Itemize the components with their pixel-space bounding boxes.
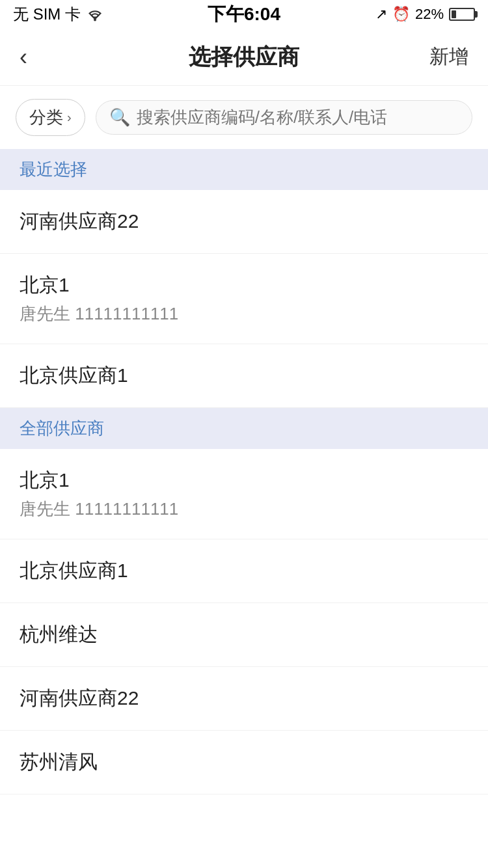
all-section-header: 全部供应商 <box>0 408 488 449</box>
back-button[interactable]: ‹ <box>20 44 72 71</box>
search-box: 🔍 <box>96 100 472 135</box>
nav-bar: ‹ 选择供应商 新增 <box>0 29 488 86</box>
recent-section-label: 最近选择 <box>20 159 87 179</box>
page-title: 选择供应商 <box>189 42 299 72</box>
list-item[interactable]: 北京1唐先生 11111111111 <box>0 254 488 344</box>
status-right: ↗ ⏰ 22% <box>375 6 475 23</box>
location-icon: ↗ <box>375 6 387 23</box>
all-list: 北京1唐先生 11111111111北京供应商1杭州维达河南供应商22苏州清风 <box>0 449 488 794</box>
list-item[interactable]: 杭州维达 <box>0 603 488 667</box>
item-name: 河南供应商22 <box>20 208 468 235</box>
status-left: 无 SIM 卡 <box>13 4 104 25</box>
all-section-label: 全部供应商 <box>20 418 104 438</box>
category-label: 分类 <box>29 106 63 129</box>
add-button[interactable]: 新增 <box>416 44 468 70</box>
search-icon: 🔍 <box>109 107 130 128</box>
recent-list: 河南供应商22北京1唐先生 11111111111北京供应商1 <box>0 190 488 408</box>
status-time: 下午6:04 <box>208 2 280 27</box>
item-name: 苏州清风 <box>20 749 468 776</box>
wifi-icon <box>86 7 104 21</box>
item-name: 北京供应商1 <box>20 362 468 389</box>
item-name: 河南供应商22 <box>20 685 468 712</box>
item-name: 杭州维达 <box>20 621 468 648</box>
search-input[interactable] <box>137 107 459 128</box>
item-name: 北京供应商1 <box>20 558 468 584</box>
svg-point-0 <box>94 19 96 21</box>
item-sub: 唐先生 11111111111 <box>20 498 468 521</box>
carrier-text: 无 SIM 卡 <box>13 4 81 25</box>
list-item[interactable]: 北京1唐先生 11111111111 <box>0 449 488 539</box>
battery-percent: 22% <box>415 6 444 23</box>
list-item[interactable]: 北京供应商1 <box>0 539 488 603</box>
list-item[interactable]: 河南供应商22 <box>0 190 488 254</box>
list-item[interactable]: 苏州清风 <box>0 731 488 794</box>
item-name: 北京1 <box>20 467 468 494</box>
recent-section-header: 最近选择 <box>0 149 488 190</box>
alarm-icon: ⏰ <box>392 6 410 23</box>
list-item[interactable]: 北京供应商1 <box>0 344 488 408</box>
battery-fill <box>452 10 456 18</box>
filter-bar: 分类 › 🔍 <box>0 86 488 149</box>
item-name: 北京1 <box>20 272 468 299</box>
battery-icon <box>449 8 475 21</box>
list-item[interactable]: 河南供应商22 <box>0 667 488 731</box>
category-filter-button[interactable]: 分类 › <box>16 99 85 136</box>
chevron-right-icon: › <box>67 110 72 125</box>
item-sub: 唐先生 11111111111 <box>20 303 468 325</box>
status-bar: 无 SIM 卡 下午6:04 ↗ ⏰ 22% <box>0 0 488 29</box>
